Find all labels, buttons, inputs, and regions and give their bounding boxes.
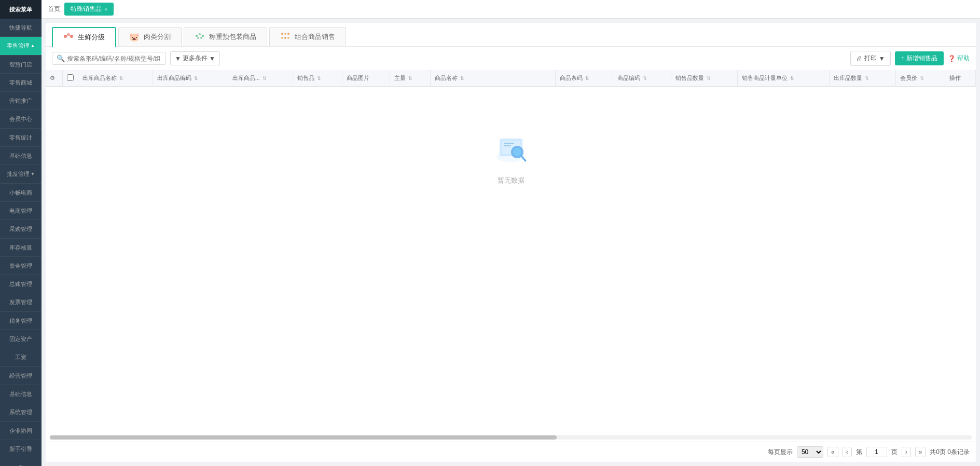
gear-icon[interactable]: ⚙	[0, 458, 42, 466]
filter-arrow-icon: ▼	[209, 55, 215, 62]
col-sale-unit[interactable]: 销售商品计量单位 ⇅	[737, 70, 830, 87]
sidebar-item-label: 电商管理	[9, 207, 32, 214]
sidebar-item-sys-mgmt[interactable]: 系统管理	[0, 403, 42, 421]
sidebar-item-retail-stats[interactable]: 零售统计	[0, 129, 42, 147]
sidebar-item-new-guide[interactable]: 新手引导	[0, 440, 42, 458]
per-page-label: 每页显示	[768, 448, 793, 457]
sidebar-item-label: 基础信息	[9, 390, 32, 398]
close-tab-icon[interactable]: ×	[104, 6, 107, 12]
page-input[interactable]	[866, 447, 887, 457]
sidebar-item-invoice-mgmt[interactable]: 发票管理	[0, 293, 42, 311]
sidebar-item-general-ledger[interactable]: 总账管理	[0, 275, 42, 293]
sort-icon: ⇅	[707, 76, 711, 81]
svg-point-8	[281, 33, 283, 35]
col-checkbox[interactable]	[62, 70, 78, 87]
last-page-button[interactable]: »	[915, 447, 926, 457]
col-goods-code[interactable]: 商品编码 ⇅	[613, 70, 671, 87]
main-content: 首页 特殊销售品 × 生鲜分级 🐷	[42, 0, 980, 466]
col-goods-name[interactable]: 商品名称 ⇅	[430, 70, 555, 87]
tab-combo-sale-label: 组合商品销售	[295, 32, 335, 42]
next-page-button[interactable]: ›	[902, 447, 911, 457]
sidebar-item-promo[interactable]: 营销推广	[0, 92, 42, 110]
sidebar-logo[interactable]: 搜索菜单	[0, 0, 42, 19]
sidebar-item-member[interactable]: 会员中心	[0, 110, 42, 128]
sidebar-item-label: 零售统计	[9, 134, 32, 141]
sidebar-item-retail-mgmt[interactable]: 零售管理 ▲	[0, 37, 42, 55]
col-member-price[interactable]: 会员价 ⇅	[896, 70, 945, 87]
col-weight[interactable]: 主量 ⇅	[390, 70, 430, 87]
total-info: 共0页 0条记录	[930, 448, 970, 457]
sidebar-item-fixed-assets[interactable]: 固定资产	[0, 330, 42, 348]
sidebar-item-tax-mgmt[interactable]: 税务管理	[0, 312, 42, 330]
tab-fresh-grade[interactable]: 生鲜分级	[52, 27, 116, 47]
add-sale-item-button[interactable]: + 新增销售品	[895, 51, 944, 65]
scrollbar-thumb[interactable]	[50, 435, 557, 440]
col-out-spec[interactable]: 出库商品... ⇅	[228, 70, 293, 87]
sidebar-item-finance[interactable]: 资金管理	[0, 257, 42, 275]
tab-weigh-pack[interactable]: 称重预包装商品	[184, 27, 267, 46]
sidebar-item-smart-store[interactable]: 智慧门店	[0, 56, 42, 74]
col-sale-qty[interactable]: 销售品数量 ⇅	[671, 70, 737, 87]
col-sale-item[interactable]: 销售品 ⇅	[293, 70, 342, 87]
svg-point-6	[197, 37, 199, 39]
print-button[interactable]: 🖨 打印 ▼	[850, 51, 891, 66]
meat-cut-icon: 🐷	[129, 32, 140, 42]
sidebar-item-corp-coop[interactable]: 企业协同	[0, 422, 42, 440]
sidebar-item-inventory[interactable]: 库存核算	[0, 239, 42, 257]
horizontal-scrollbar[interactable]	[50, 435, 972, 440]
help-icon: ❓	[948, 55, 956, 62]
sort-icon: ⇅	[865, 76, 869, 81]
first-page-button[interactable]: «	[827, 447, 838, 457]
sidebar-item-label: 系统管理	[9, 408, 32, 416]
weigh-pack-icon	[195, 32, 205, 42]
tab-meat-cut-label: 肉类分割	[144, 32, 171, 42]
col-settings[interactable]: ⚙	[46, 70, 62, 87]
svg-point-9	[284, 33, 286, 35]
col-out-qty[interactable]: 出库品数量 ⇅	[830, 70, 896, 87]
sidebar-item-label: 发票管理	[9, 298, 32, 306]
search-input[interactable]	[67, 55, 160, 62]
svg-point-11	[281, 37, 283, 39]
filter-icon: ▼	[175, 55, 181, 62]
per-page-select[interactable]: 50 10 20 100	[797, 446, 823, 458]
sort-icon: ⇅	[790, 76, 794, 81]
sidebar-item-ecom-mgmt[interactable]: 电商管理	[0, 202, 42, 220]
sidebar-item-retail-mall[interactable]: 零售商城	[0, 74, 42, 92]
col-barcode[interactable]: 商品条码 ⇅	[555, 70, 613, 87]
chevron-down-icon: ▼	[31, 171, 35, 177]
svg-point-7	[200, 37, 202, 39]
filter-button[interactable]: ▼ 更多条件 ▼	[170, 51, 220, 65]
sidebar-item-purchase-mgmt[interactable]: 采购管理	[0, 220, 42, 238]
home-breadcrumb[interactable]: 首页	[48, 5, 60, 13]
tab-meat-cut[interactable]: 🐷 肉类分割	[118, 27, 182, 46]
filter-label: 更多条件	[183, 54, 208, 63]
sidebar-item-hr[interactable]: 工资	[0, 348, 42, 366]
sidebar-item-quick-nav[interactable]: 快捷导航	[0, 19, 42, 37]
tab-breadcrumb-label: 特殊销售品	[71, 5, 102, 13]
toolbar: 🔍 ▼ 更多条件 ▼ 🖨 打印 ▼ + 新增销售品	[46, 47, 976, 70]
tab-fresh-grade-label: 生鲜分级	[78, 33, 105, 42]
prev-page-button[interactable]: ‹	[843, 447, 852, 457]
col-out-code[interactable]: 出库商品编码 ⇅	[153, 70, 228, 87]
sidebar-item-label: 小畅电商	[9, 189, 32, 196]
sort-icon: ⇅	[920, 76, 924, 81]
tab-combo-sale[interactable]: 组合商品销售	[269, 27, 346, 46]
sidebar-item-basic-info2[interactable]: 基础信息	[0, 385, 42, 403]
active-tab-breadcrumb[interactable]: 特殊销售品 ×	[64, 3, 114, 16]
toolbar-right: 🖨 打印 ▼ + 新增销售品 ❓ 帮助	[850, 51, 970, 66]
sidebar-item-wholesale-mgmt[interactable]: 批发管理 ▼	[0, 165, 42, 183]
col-img[interactable]: 商品图片	[342, 70, 390, 87]
sidebar-item-mini-ecom[interactable]: 小畅电商	[0, 184, 42, 202]
col-out-name[interactable]: 出库商品名称 ⇅	[78, 70, 153, 87]
select-all-checkbox[interactable]	[67, 74, 74, 81]
sidebar-item-ops-mgmt[interactable]: 经营管理	[0, 367, 42, 385]
sidebar-item-basic-info[interactable]: 基础信息	[0, 147, 42, 165]
empty-text: 暂无数据	[498, 176, 524, 185]
add-label: + 新增销售品	[901, 54, 937, 63]
chevron-down-icon: ▲	[31, 43, 35, 49]
sidebar-item-label: 零售商城	[9, 79, 32, 86]
sidebar-item-label: 经营管理	[9, 372, 32, 379]
help-button[interactable]: ❓ 帮助	[948, 54, 970, 63]
sort-icon: ⇅	[317, 76, 321, 81]
search-box[interactable]: 🔍	[52, 52, 166, 65]
